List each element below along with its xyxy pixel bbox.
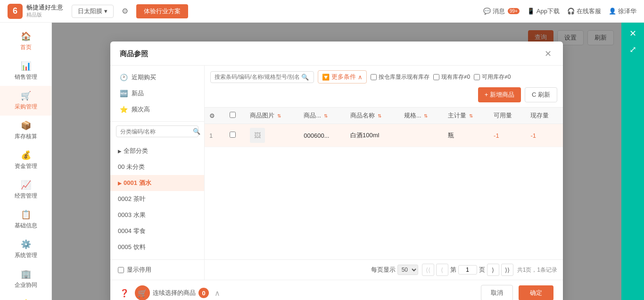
user-profile[interactable]: 👤 徐泽华 bbox=[609, 7, 636, 16]
warehouse-checkbox-group: 按仓库显示现有库存 bbox=[371, 73, 429, 81]
sidebar-item-home[interactable]: 🏠 首页 bbox=[0, 26, 51, 56]
cat-item-0004[interactable]: 0004 零食 bbox=[110, 223, 204, 239]
sidebar-label-sales: 销售管理 bbox=[15, 73, 37, 81]
sidebar-item-inventory[interactable]: 📦 库存核算 bbox=[0, 116, 51, 145]
th-settings[interactable]: ⚙ bbox=[205, 108, 225, 124]
chevron-up-icon: ∧ bbox=[358, 74, 363, 81]
page-prev-btn[interactable]: ⟨ bbox=[436, 264, 448, 276]
product-image: 🖼 bbox=[250, 128, 265, 143]
sidebar-item-sales[interactable]: 📊 销售管理 bbox=[0, 56, 51, 86]
online-service-btn[interactable]: 🎧 在线客服 bbox=[567, 7, 601, 16]
confirm-btn[interactable]: 确定 bbox=[519, 285, 553, 300]
page-last-btn[interactable]: ⟩⟩ bbox=[501, 264, 513, 276]
th-checkbox[interactable] bbox=[225, 108, 246, 124]
row-checkbox-cell[interactable] bbox=[225, 124, 246, 147]
main-layout: 🏠 首页 📊 销售管理 🛒 采购管理 📦 库存核算 💰 资金管理 📈 经营管理 … bbox=[0, 23, 644, 300]
sidebar-item-guide[interactable]: 🌟 新手引导 bbox=[0, 294, 51, 300]
row-spec bbox=[399, 124, 444, 147]
page-nav: ⟨⟨ ⟨ 第 页 ⟩ ⟩⟩ bbox=[422, 264, 513, 276]
cart-icon: 🛒 bbox=[135, 285, 150, 300]
sidebar-item-purchase[interactable]: 🛒 采购管理 bbox=[0, 86, 51, 116]
system-icon: ⚙️ bbox=[21, 239, 31, 250]
cat-item-0002[interactable]: 0002 茶叶 bbox=[110, 191, 204, 207]
close-panel-btn[interactable]: ✕ bbox=[627, 26, 638, 41]
help-icon[interactable]: ❓ bbox=[120, 289, 129, 298]
sidebar-item-finance[interactable]: 💰 资金管理 bbox=[0, 145, 51, 175]
cancel-btn[interactable]: 取消 bbox=[481, 285, 513, 300]
page-first-btn[interactable]: ⟨⟨ bbox=[422, 264, 434, 276]
purchase-icon: 🛒 bbox=[21, 91, 31, 101]
page-next-btn[interactable]: ⟩ bbox=[487, 264, 499, 276]
sidebar-label-inventory: 库存核算 bbox=[15, 133, 37, 141]
search-icon: 🔍 bbox=[193, 128, 200, 135]
th-name[interactable]: 商品名称 ⇅ bbox=[346, 108, 399, 124]
modal-close-btn[interactable]: ✕ bbox=[542, 48, 553, 59]
product-search-input[interactable] bbox=[215, 74, 299, 80]
cat-item-00[interactable]: 00 未分类 bbox=[110, 159, 204, 175]
message-icon: 💬 bbox=[483, 8, 491, 15]
page-input[interactable] bbox=[458, 265, 477, 275]
row-img-cell: 🖼 bbox=[245, 124, 299, 147]
table-row[interactable]: 1 🖼 000600... 白酒100ml bbox=[205, 124, 563, 147]
product-reference-modal: 商品参照 ✕ 🕐 近期购买 🆕 新品 bbox=[110, 42, 563, 300]
sidebar-label-finance: 资金管理 bbox=[15, 162, 37, 170]
cat-item-0001[interactable]: ▶ 0001 酒水 bbox=[110, 175, 204, 191]
select-all-checkbox[interactable] bbox=[230, 112, 236, 118]
sidebar-label-home: 首页 bbox=[20, 43, 32, 51]
high-frequency-btn[interactable]: ⭐ 频次高 bbox=[116, 102, 198, 117]
sales-icon: 📊 bbox=[21, 61, 31, 71]
row-available: -1 bbox=[489, 124, 526, 147]
chevron-down-icon: ▾ bbox=[104, 8, 107, 15]
cat-item-all[interactable]: ▶ 全部分类 bbox=[110, 143, 204, 159]
refresh-table-btn[interactable]: C 刷新 bbox=[525, 87, 557, 102]
experience-btn[interactable]: 体验行业方案 bbox=[136, 4, 188, 18]
row-unit: 瓶 bbox=[443, 124, 489, 147]
cat-item-0003[interactable]: 0003 水果 bbox=[110, 207, 204, 223]
stock-nonzero-checkbox[interactable] bbox=[433, 74, 439, 80]
recent-purchase-btn[interactable]: 🕐 近期购买 bbox=[116, 70, 198, 84]
sidebar-item-system[interactable]: ⚙️ 系统管理 bbox=[0, 234, 51, 264]
nav-dropdown[interactable]: 日太阳膜 ▾ bbox=[72, 5, 114, 18]
cart-area[interactable]: 🛒 连续选择的商品 0 bbox=[135, 285, 209, 300]
table-body: 1 🖼 000600... 白酒100ml bbox=[205, 124, 563, 147]
collapse-cart-icon[interactable]: ∧ bbox=[215, 289, 220, 298]
sidebar-item-enterprise[interactable]: 🏢 企业协同 bbox=[0, 264, 51, 294]
stock-nonzero-checkbox-group: 现有库存≠0 bbox=[433, 73, 470, 81]
sidebar-label-purchase: 采购管理 bbox=[15, 103, 37, 111]
th-spec[interactable]: 规格... ⇅ bbox=[399, 108, 444, 124]
cat-item-0008[interactable]: 0008 水 bbox=[110, 255, 204, 259]
expand-panel-btn[interactable]: ⤢ bbox=[627, 42, 638, 57]
sidebar-item-basics[interactable]: 📋 基础信息 bbox=[0, 205, 51, 234]
per-page-dropdown[interactable]: 50 bbox=[397, 265, 418, 275]
display-disabled-checkbox[interactable] bbox=[118, 267, 124, 273]
row-checkbox[interactable] bbox=[230, 132, 236, 138]
logo-area: 6 畅捷通好生意 精品版 bbox=[8, 4, 64, 19]
search-icon[interactable]: 🔍 bbox=[301, 74, 309, 81]
avatar-icon: 👤 bbox=[609, 8, 616, 15]
pagination-bar: 每页显示 50 ⟨⟨ ⟨ 第 页 ⟩ ⟩⟩ 共1页，1条记录 bbox=[205, 259, 563, 280]
sidebar: 🏠 首页 📊 销售管理 🛒 采购管理 📦 库存核算 💰 资金管理 📈 经营管理 … bbox=[0, 23, 52, 300]
more-filters-btn[interactable]: 🔽 更多条件 ∧ bbox=[318, 70, 367, 83]
messages-btn[interactable]: 💬 消息 99+ bbox=[483, 7, 520, 16]
category-search-input[interactable] bbox=[120, 128, 191, 135]
basics-icon: 📋 bbox=[21, 209, 31, 220]
sidebar-item-operations[interactable]: 📈 经营管理 bbox=[0, 175, 51, 205]
sidebar-label-basics: 基础信息 bbox=[15, 222, 37, 230]
per-page-select: 每页显示 50 bbox=[371, 265, 418, 275]
cat-item-0005[interactable]: 0005 饮料 bbox=[110, 239, 204, 255]
product-search-box: 🔍 bbox=[210, 71, 314, 83]
product-toolbar: 🔍 🔽 更多条件 ∧ 按仓库显示现有库存 bbox=[205, 66, 563, 108]
settings-icon[interactable]: ⚙ bbox=[117, 4, 132, 19]
available-nonzero-checkbox[interactable] bbox=[474, 74, 480, 80]
th-code[interactable]: 商品... ⇅ bbox=[299, 108, 346, 124]
th-unit[interactable]: 主计量 ⇅ bbox=[443, 108, 489, 124]
logo-sub: 精品版 bbox=[26, 11, 63, 18]
toolbar-right: + 新增商品 C 刷新 bbox=[478, 87, 557, 102]
app-download-btn[interactable]: 📱 App下载 bbox=[527, 7, 560, 16]
warehouse-checkbox[interactable] bbox=[371, 74, 377, 80]
add-product-btn[interactable]: + 新增商品 bbox=[478, 87, 521, 102]
nav-right: 💬 消息 99+ 📱 App下载 🎧 在线客服 👤 徐泽华 bbox=[483, 7, 636, 16]
modal-body: 🕐 近期购买 🆕 新品 ⭐ 频次高 bbox=[110, 66, 563, 280]
new-products-btn[interactable]: 🆕 新品 bbox=[116, 86, 198, 100]
th-image[interactable]: 商品图片 ⇅ bbox=[245, 108, 299, 124]
